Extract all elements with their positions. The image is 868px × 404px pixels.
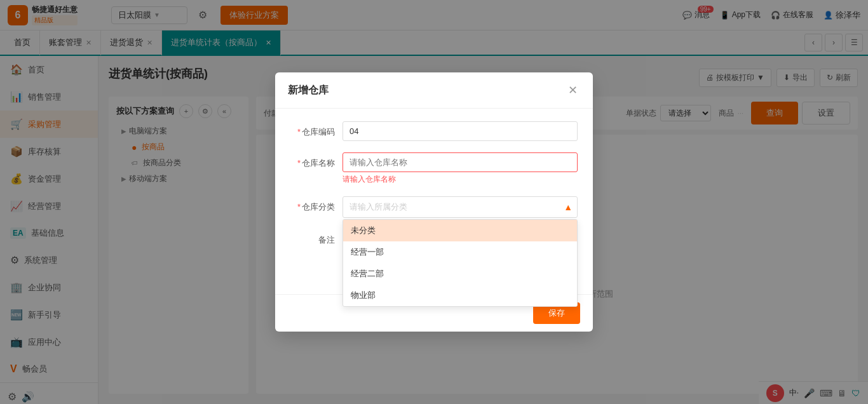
category-select-wrapper: 请输入所属分类 ▲ 未分类 经营一部 经营二部 物业部 (342, 196, 578, 218)
category-dropdown: 未分类 经营一部 经营二部 物业部 (342, 219, 578, 307)
category-control: 请输入所属分类 ▲ 未分类 经营一部 经营二部 物业部 (342, 196, 578, 218)
modal-header: 新增仓库 ✕ (275, 72, 593, 109)
name-input[interactable] (342, 152, 578, 172)
remark-label: 备注 (290, 229, 335, 246)
category-label: 仓库分类 (290, 196, 335, 213)
dropdown-item-1[interactable]: 经营一部 (343, 241, 577, 263)
modal-title: 新增仓库 (288, 84, 329, 97)
code-control (342, 121, 578, 141)
name-label: 仓库名称 (290, 152, 335, 169)
category-input[interactable]: 请输入所属分类 (342, 196, 578, 218)
add-warehouse-modal: 新增仓库 ✕ 仓库编码 仓库名称 请输入仓库名称 仓库分类 (275, 72, 593, 332)
category-placeholder: 请输入所属分类 (349, 201, 407, 213)
dropdown-item-3[interactable]: 物业部 (343, 285, 577, 306)
form-row-name: 仓库名称 请输入仓库名称 (290, 152, 578, 185)
code-input[interactable] (342, 121, 578, 141)
modal-body: 仓库编码 仓库名称 请输入仓库名称 仓库分类 请输 (275, 109, 593, 294)
code-label: 仓库编码 (290, 121, 335, 138)
form-row-code: 仓库编码 (290, 121, 578, 141)
dropdown-item-0[interactable]: 未分类 (343, 220, 577, 241)
modal-overlay: 新增仓库 ✕ 仓库编码 仓库名称 请输入仓库名称 仓库分类 (0, 0, 868, 404)
form-row-category: 仓库分类 请输入所属分类 ▲ 未分类 经营一部 经营二部 物业部 (290, 196, 578, 218)
name-control: 请输入仓库名称 (342, 152, 578, 185)
modal-close-button[interactable]: ✕ (565, 83, 580, 98)
dropdown-item-2[interactable]: 经营二部 (343, 263, 577, 285)
name-error-msg: 请输入仓库名称 (342, 174, 578, 185)
